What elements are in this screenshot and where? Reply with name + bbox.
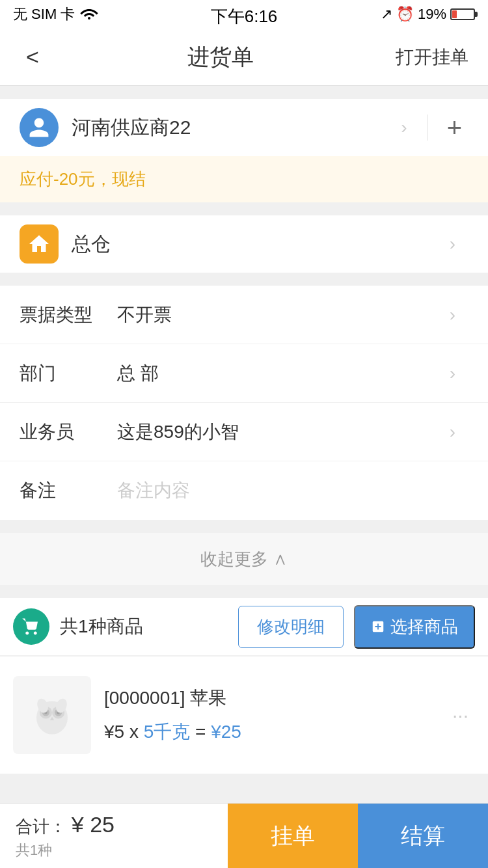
product-title: 苹果 [190, 688, 226, 708]
select-product-label: 选择商品 [390, 616, 458, 638]
total-amount: ¥ 25 [72, 812, 115, 837]
product-total: ¥25 [211, 722, 241, 742]
product-header: 共1种商品 修改明细 选择商品 [0, 598, 488, 655]
form-section: 票据类型 不开票 › 部门 总 部 › 业务员 这是859的小智 › 备注 备注… [0, 286, 488, 520]
section-gap-1 [0, 86, 488, 99]
supplier-row[interactable]: 河南供应商22 › + [0, 99, 488, 156]
total-section: 合计： ¥ 25 共1种 [0, 812, 228, 860]
department-chevron-icon: › [450, 363, 455, 384]
remark-placeholder[interactable]: 备注内容 [104, 478, 468, 503]
hang-button[interactable]: 挂单 [228, 804, 358, 868]
warehouse-name: 总仓 [72, 231, 450, 258]
salesperson-value: 这是859的小智 [104, 420, 450, 444]
department-value: 总 部 [104, 361, 450, 386]
notice-bar: 应付-20元，现结 [0, 156, 488, 202]
person-icon [27, 116, 51, 139]
salesperson-chevron-icon: › [450, 422, 455, 442]
supplier-avatar [20, 108, 59, 147]
total-label: 合计： [16, 817, 66, 836]
invoice-chevron-icon: › [450, 305, 455, 325]
supplier-name: 河南供应商22 [72, 115, 401, 141]
invoice-type-value: 不开票 [104, 303, 450, 327]
supplier-divider [427, 115, 427, 141]
warehouse-icon [20, 224, 59, 264]
select-product-button[interactable]: 选择商品 [354, 605, 475, 649]
open-hang-button[interactable]: 打开挂单 [396, 45, 468, 70]
supplier-chevron-icon: › [401, 117, 407, 138]
invoice-type-label: 票据类型 [20, 303, 104, 327]
wifi-icon [80, 5, 98, 23]
collapse-bar[interactable]: 收起更多 ∧ [0, 533, 488, 585]
product-qty: 5千克 [144, 722, 191, 742]
warehouse-chevron-icon: › [450, 234, 455, 254]
nav-bar: < 进货单 打开挂单 [0, 29, 488, 86]
product-icon [13, 608, 49, 645]
carrier-text: 无 SIM 卡 [13, 5, 75, 24]
back-button[interactable]: < [20, 38, 46, 76]
status-bar: 无 SIM 卡 下午6:16 ↗ ⏰ 19% [0, 0, 488, 29]
gps-icon: ↗ [381, 6, 392, 23]
supplier-section: 河南供应商22 › + 应付-20元，现结 [0, 99, 488, 202]
product-more-button[interactable]: ··· [446, 698, 475, 733]
salesperson-label: 业务员 [20, 420, 104, 444]
salesperson-row[interactable]: 业务员 这是859的小智 › [0, 403, 488, 461]
remark-row[interactable]: 备注 备注内容 [0, 461, 488, 520]
edit-details-button[interactable]: 修改明细 [238, 606, 344, 648]
checkout-button[interactable]: 结算 [358, 804, 488, 868]
battery-icon [450, 8, 475, 20]
department-label: 部门 [20, 361, 104, 386]
status-time: 下午6:16 [211, 5, 278, 28]
invoice-type-row[interactable]: 票据类型 不开票 › [0, 286, 488, 344]
house-icon [27, 232, 51, 256]
bottom-bar: 合计： ¥ 25 共1种 挂单 结算 [0, 803, 488, 868]
product-count: 共1种商品 [60, 614, 228, 639]
shopping-icon [21, 617, 41, 636]
unit-price: ¥5 x [104, 722, 144, 742]
department-row[interactable]: 部门 总 部 › [0, 344, 488, 403]
remark-label: 备注 [20, 478, 104, 503]
add-supplier-button[interactable]: + [434, 107, 468, 149]
page-title: 进货单 [187, 42, 254, 72]
add-product-icon [371, 619, 385, 634]
product-code: [0000001] [104, 688, 190, 708]
total-sub: 共1种 [16, 841, 212, 860]
status-left: 无 SIM 卡 [13, 5, 98, 24]
warehouse-row[interactable]: 总仓 › [0, 215, 488, 273]
product-item: [0000001] 苹果 ¥5 x 5千克 = ¥25 ··· [0, 657, 488, 774]
product-thumbnail [13, 676, 91, 754]
alarm-icon: ⏰ [396, 6, 414, 23]
status-right: ↗ ⏰ 19% [381, 6, 475, 23]
product-price: ¥5 x 5千克 = ¥25 [104, 720, 446, 744]
owl-logo-icon [26, 689, 78, 741]
product-info: [0000001] 苹果 ¥5 x 5千克 = ¥25 [104, 686, 446, 744]
price-eq: = [190, 722, 211, 742]
battery-percent: 19% [418, 6, 446, 23]
collapse-label: 收起更多 ∧ [200, 548, 287, 571]
product-name: [0000001] 苹果 [104, 686, 446, 711]
